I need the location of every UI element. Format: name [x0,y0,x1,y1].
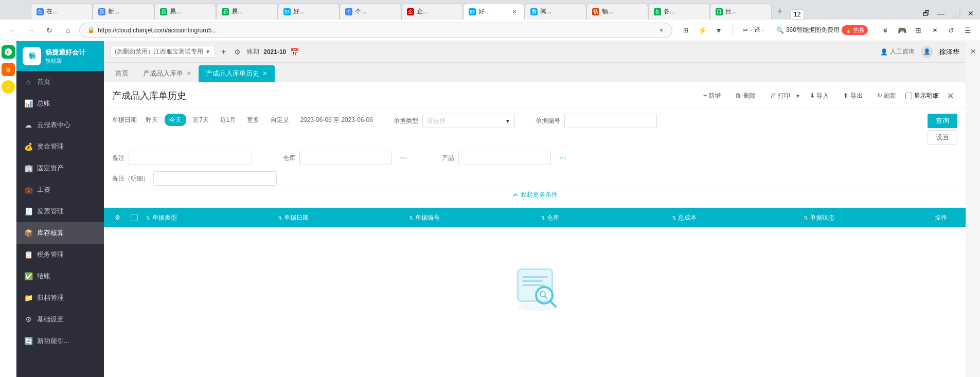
browser-sidebar-icon-1[interactable]: e [2,45,15,59]
maximize-btn[interactable]: ⬜ [950,7,963,20]
num-filter-input[interactable] [564,114,657,128]
tab-close-t8[interactable]: ✕ [510,7,519,16]
th-num[interactable]: ⇅ 单据编号 [405,213,537,222]
collapse-filter-btn[interactable]: 收起更多条件 [112,188,957,201]
th-gear[interactable]: ⚙ [108,214,127,221]
close-browser-btn[interactable]: ✕ [966,7,976,20]
restore-window-btn[interactable]: 🗗 [921,7,932,20]
sidebar-item-new-fn[interactable]: 🔄 新功能引... [16,330,104,352]
calendar-icon[interactable]: 📅 [290,48,299,56]
sidebar-item-fixed-asset[interactable]: 🏢 固定资产 [16,157,104,179]
minimize-btn[interactable]: — [935,7,947,20]
refresh-page-btn[interactable]: ↻ [42,23,57,38]
tab-t9[interactable]: 腾 腾... [525,3,586,20]
sidebar-item-ledger[interactable]: 📊 总账 [16,93,104,114]
filter-settings-button[interactable]: 设置 [928,130,957,145]
sidebar-item-tax[interactable]: 📋 税务管理 [16,244,104,265]
tab-t1[interactable]: 在 在... [31,3,93,20]
company-settings-btn[interactable]: ⚙ [232,48,243,56]
address-input[interactable]: 🔒 https://cloud.chanjet.com/accounting/u… [79,23,672,38]
print-btn[interactable]: 🖨 打印 [765,88,795,103]
th-status[interactable]: ⇅ 单据状态 [799,213,931,222]
product-filter-input[interactable] [458,151,551,165]
tab-t11[interactable]: 各 各... [648,3,710,20]
page-tab-home[interactable]: 首页 [108,65,136,82]
th-cost[interactable]: ⇅ 总成本 [668,213,799,222]
sidebar-item-fund[interactable]: 💰 资金管理 [16,136,104,157]
extensions-btn[interactable]: ⊞ [679,23,693,38]
select-all-checkbox[interactable] [131,214,138,221]
tab-t2[interactable]: 新 新... [93,3,154,20]
tab-t10[interactable]: 畅 畅... [586,3,648,20]
browser-sidebar-icon-2[interactable]: 微 [2,63,15,76]
new-tab-button[interactable]: + [772,3,788,20]
add-btn[interactable]: + 新增 [698,88,726,103]
user-service-btn[interactable]: 👤 人工咨询 [880,47,915,56]
page-tab-history-close[interactable]: ✕ [262,70,268,77]
lightning-btn[interactable]: ⚡ [695,23,709,38]
theme-btn[interactable]: ☀ [928,23,942,38]
show-detail-label[interactable]: 显示明细 [905,92,939,100]
sidebar-item-home[interactable]: ⌂ 首页 [16,71,104,93]
export-btn[interactable]: ⬆ 导出 [838,88,867,103]
th-type[interactable]: ⇅ 单据类型 [142,213,274,222]
add-company-btn[interactable]: + [219,47,228,57]
game-btn[interactable]: 🎮 [895,23,909,38]
user-avatar[interactable]: 👤 [921,46,933,58]
today-btn[interactable]: 今天 [165,114,186,126]
detail-remark-input[interactable] [153,171,277,186]
remark-filter-input[interactable] [129,151,252,165]
import-btn[interactable]: ⬇ 导入 [805,88,834,103]
sidebar-item-settle[interactable]: ✅ 结账 [16,265,104,287]
th-check[interactable] [127,214,142,221]
last7days-btn[interactable]: 近7天 [188,114,213,126]
last1month-btn[interactable]: 近1月 [216,114,241,126]
page-tab-history[interactable]: 产成品入库单历史 ✕ [199,65,275,82]
warehouse-more-btn[interactable]: ··· [396,153,411,163]
warehouse-filter-input[interactable] [299,151,392,165]
tab-t4[interactable]: 易 易... [216,3,278,20]
sidebar-item-payroll[interactable]: 💼 工资 [16,179,104,201]
browser-sidebar-icon-3[interactable]: ★ [2,80,15,94]
more-date-btn[interactable]: 更多 [242,114,264,126]
custom-date-btn[interactable]: 自定义 [266,114,294,126]
currency-btn[interactable]: ¥ [878,23,893,38]
tab-t6[interactable]: 个 个... [340,3,401,20]
type-chevron-icon: ▼ [505,118,510,124]
sidebar-item-inventory[interactable]: 📦 库存核算 [16,222,104,244]
tab-t5[interactable]: 好 好... [278,3,340,20]
screenshot-btn[interactable]: ✂·译· [739,23,768,38]
close-right-panel-btn[interactable]: ✕ [968,45,978,58]
print-dropdown-icon[interactable]: ▼ [795,93,800,99]
page-tab-list[interactable]: 产成品入库单 ✕ [136,65,199,82]
search-bar[interactable]: 🔍360智能抠图免费用 🔥 热搜 [772,23,872,38]
close-panel-btn[interactable]: ✕ [943,88,957,103]
tab-t12[interactable]: 目 目... [710,3,772,20]
sidebar-item-cloud-report[interactable]: ☁ 云报表中心 [16,114,104,136]
app-header[interactable]: 畅 畅捷通好会计 旗舰版 [16,41,104,71]
menu-btn[interactable]: ☰ [960,23,975,38]
back-btn[interactable]: ← [5,23,20,38]
sidebar-item-archive[interactable]: 📁 归档管理 [16,287,104,309]
forward-btn[interactable]: → [24,23,38,38]
sync-btn[interactable]: ↺ [944,23,958,38]
page-tab-list-close[interactable]: ✕ [186,70,191,77]
query-button[interactable]: 查询 [928,114,957,128]
sidebar-item-base-settings[interactable]: ⚙ 基础设置 [16,309,104,330]
delete-btn[interactable]: 🗑 删除 [730,88,760,103]
th-warehouse[interactable]: ⇅ 仓库 [537,213,668,222]
sidebar-item-invoice[interactable]: 🧾 发票管理 [16,201,104,222]
grid-btn[interactable]: ⊞ [911,23,925,38]
tab-t8-active[interactable]: 好 好... ✕ [463,3,525,20]
product-more-btn[interactable]: ··· [555,153,570,163]
yesterday-btn[interactable]: 昨天 [141,114,163,126]
tab-t7[interactable]: 企 企... [401,3,463,20]
type-selector[interactable]: 请选择 ▼ [422,114,515,128]
home-page-btn[interactable]: ⌂ [61,23,75,38]
show-detail-checkbox[interactable] [905,93,912,99]
company-selector[interactable]: (勿删勿禁用）江西服宝测试专用 ▼ [110,46,215,58]
tab-t3[interactable]: 易 易... [154,3,216,20]
address-dropdown-btn[interactable]: ▼ [711,23,726,38]
refresh-btn[interactable]: ↻ 刷新 [872,88,901,103]
th-date[interactable]: ⇅ 单据日期 [274,213,405,222]
